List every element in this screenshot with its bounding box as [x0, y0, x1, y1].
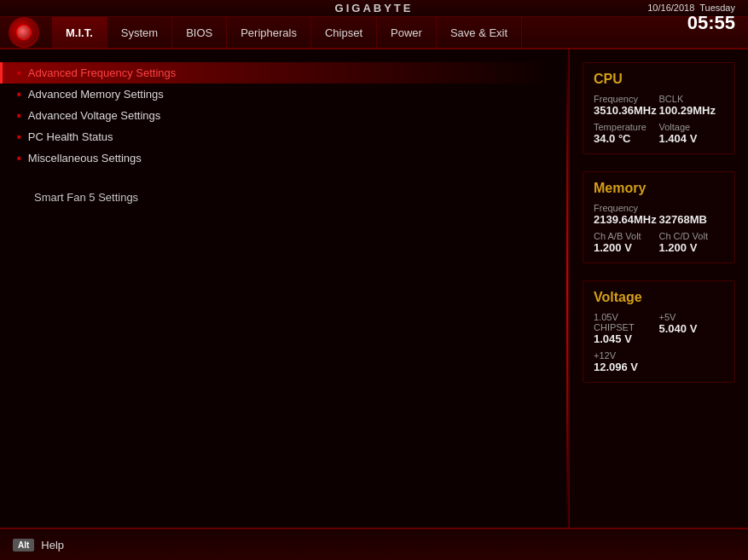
- cpu-temp-value: 34.0 °C: [594, 132, 659, 145]
- mem-freq-col: Frequency 2139.64MHz: [594, 203, 659, 226]
- cpu-bclk-value: 100.29MHz: [659, 104, 725, 117]
- volt-12v-row: +12V 12.096 V: [594, 350, 724, 373]
- mem-size-label: [659, 203, 725, 213]
- volt-chipset-col: 1.05V CHIPSET 1.045 V: [594, 312, 659, 345]
- alt-badge: Alt: [13, 539, 34, 551]
- gigabyte-logo: [9, 17, 39, 48]
- time-display: 05:55: [647, 14, 735, 32]
- mem-ch-ab-col: Ch A/B Volt 1.200 V: [594, 231, 659, 254]
- nav-item-bios[interactable]: BIOS: [172, 17, 227, 48]
- memory-info-section: Memory Frequency 2139.64MHz 32768MB Ch A…: [583, 171, 735, 263]
- nav-item-chipset[interactable]: Chipset: [311, 17, 377, 48]
- cpu-volt-col: Voltage 1.404 V: [659, 122, 725, 145]
- nav-item-mit[interactable]: M.I.T.: [52, 17, 107, 48]
- datetime-display: 10/16/2018 Tuesday 05:55: [647, 2, 735, 32]
- right-panel: CPU Frequency 3510.36MHz BCLK 100.29MHz …: [569, 49, 748, 528]
- cpu-freq-col: Frequency 3510.36MHz: [594, 94, 659, 117]
- voltage-section-title: Voltage: [594, 290, 724, 305]
- cpu-freq-bclk-row: Frequency 3510.36MHz BCLK 100.29MHz: [594, 94, 724, 117]
- menu-item-health[interactable]: PC Health Status: [17, 126, 551, 147]
- nav-items: M.I.T. System BIOS Peripherals Chipset P…: [52, 17, 522, 48]
- mem-volt-row: Ch A/B Volt 1.200 V Ch C/D Volt 1.200 V: [594, 231, 724, 254]
- volt-12v-value: 12.096 V: [594, 361, 724, 373]
- menu-item-misc[interactable]: Miscellaneous Settings: [17, 147, 551, 169]
- header-bar: GIGABYTE 10/16/2018 Tuesday 05:55: [0, 0, 748, 17]
- nav-item-save-exit[interactable]: Save & Exit: [437, 17, 522, 48]
- cpu-temp-volt-row: Temperature 34.0 °C Voltage 1.404 V: [594, 122, 724, 145]
- cpu-bclk-label: BCLK: [659, 94, 725, 104]
- nav-item-peripherals[interactable]: Peripherals: [227, 17, 311, 48]
- cpu-volt-value: 1.404 V: [659, 132, 725, 145]
- volt-5v-label: +5V: [659, 312, 725, 322]
- mem-ch-cd-label: Ch C/D Volt: [659, 231, 725, 241]
- mem-ch-cd-col: Ch C/D Volt 1.200 V: [659, 231, 725, 254]
- cpu-info-section: CPU Frequency 3510.36MHz BCLK 100.29MHz …: [583, 62, 735, 154]
- mem-size-col: 32768MB: [659, 203, 725, 226]
- cpu-section-title: CPU: [594, 72, 724, 87]
- cpu-freq-value: 3510.36MHz: [594, 104, 659, 117]
- left-panel: Advanced Frequency Settings Advanced Mem…: [0, 49, 569, 528]
- mem-ch-ab-value: 1.200 V: [594, 241, 659, 254]
- volt-5v-col: +5V 5.040 V: [659, 312, 725, 345]
- mem-ch-cd-value: 1.200 V: [659, 241, 725, 254]
- mem-freq-value: 2139.64MHz: [594, 213, 659, 226]
- mem-ch-ab-label: Ch A/B Volt: [594, 231, 659, 241]
- menu-item-smart-fan[interactable]: Smart Fan 5 Settings: [17, 186, 551, 209]
- nav-item-power[interactable]: Power: [377, 17, 437, 48]
- volt-chipset-label: 1.05V CHIPSET: [594, 312, 659, 332]
- menu-item-voltage[interactable]: Advanced Voltage Settings: [17, 105, 551, 126]
- memory-section-title: Memory: [594, 181, 724, 196]
- nav-item-system[interactable]: System: [107, 17, 172, 48]
- nav-bar: M.I.T. System BIOS Peripherals Chipset P…: [0, 17, 748, 49]
- help-label: Help: [41, 539, 64, 551]
- divider: [566, 49, 568, 528]
- volt-12v-label: +12V: [594, 350, 724, 361]
- menu-item-memory[interactable]: Advanced Memory Settings: [17, 84, 551, 105]
- mem-freq-label: Frequency: [594, 203, 659, 213]
- volt-chipset-5v-row: 1.05V CHIPSET 1.045 V +5V 5.040 V: [594, 312, 724, 345]
- volt-5v-value: 5.040 V: [659, 322, 725, 335]
- cpu-temp-label: Temperature: [594, 122, 659, 132]
- menu-item-freq[interactable]: Advanced Frequency Settings: [0, 62, 551, 84]
- voltage-info-section: Voltage 1.05V CHIPSET 1.045 V +5V 5.040 …: [583, 280, 735, 383]
- cpu-freq-label: Frequency: [594, 94, 659, 104]
- mem-freq-size-row: Frequency 2139.64MHz 32768MB: [594, 203, 724, 226]
- footer-bar: Alt Help: [0, 528, 748, 560]
- volt-chipset-value: 1.045 V: [594, 332, 659, 345]
- mem-size-value: 32768MB: [659, 213, 725, 226]
- main-content: Advanced Frequency Settings Advanced Mem…: [0, 49, 748, 528]
- cpu-bclk-col: BCLK 100.29MHz: [659, 94, 725, 117]
- brand-title: GIGABYTE: [335, 2, 414, 14]
- logo-inner: [16, 25, 32, 40]
- cpu-temp-col: Temperature 34.0 °C: [594, 122, 659, 145]
- cpu-volt-label: Voltage: [659, 122, 725, 132]
